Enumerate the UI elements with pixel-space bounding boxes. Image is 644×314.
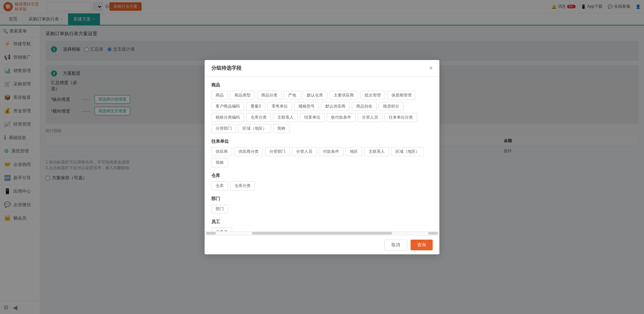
field-tag[interactable]: 仓库 <box>211 181 228 190</box>
field-tag[interactable]: 往来单位分类 <box>384 113 417 122</box>
section-partner: 往来单位 供应商 供应商分类 分管部门 分管人员 付款条件 地区 主联系人 区域… <box>211 138 433 167</box>
modal-close-button[interactable]: × <box>429 65 433 72</box>
section-dept-title: 部门 <box>211 196 433 202</box>
field-tag[interactable]: 零售单位 <box>267 102 292 111</box>
modal-header: 分组待选字段 × <box>205 60 439 77</box>
hscroll-thumb[interactable] <box>252 232 392 235</box>
hscroll-left-arrow <box>206 232 216 235</box>
field-tag[interactable]: 仓库分类 <box>230 181 255 190</box>
field-tag[interactable]: 分管部门 <box>211 124 236 133</box>
field-tag[interactable]: 地区 <box>345 147 362 156</box>
field-tag[interactable]: 客户商品编码 <box>211 102 244 111</box>
modal-title: 分组待选字段 <box>211 65 241 71</box>
field-tag[interactable]: 分管人员 <box>292 147 317 156</box>
field-tag[interactable]: 付款条件 <box>319 147 343 156</box>
section-warehouse: 仓库 仓库 仓库分类 <box>211 173 433 190</box>
field-tag[interactable]: 税收分类编码 <box>211 113 244 122</box>
modal-footer: 取消 查询 <box>205 235 439 254</box>
field-tag[interactable]: 主联系人 <box>364 147 389 156</box>
field-tag[interactable]: 保质期管理 <box>387 91 416 100</box>
field-tag[interactable]: 产地 <box>284 91 301 100</box>
field-tag[interactable]: 业务员 <box>211 228 232 231</box>
modal-cancel-button[interactable]: 取消 <box>384 240 407 250</box>
field-tag[interactable]: 批次管理 <box>360 91 385 100</box>
partner-field-tags: 供应商 供应商分类 分管部门 分管人员 付款条件 地区 主联系人 区域（地区） … <box>211 147 433 167</box>
dept-field-tags: 部门 <box>211 204 433 213</box>
field-tag[interactable]: 仓库分类 <box>246 113 271 122</box>
field-tag[interactable]: 规格型号 <box>294 102 319 111</box>
staff-field-tags: 业务员 <box>211 228 433 231</box>
field-tag[interactable]: 商品类型 <box>230 91 255 100</box>
section-dept: 部门 部门 <box>211 196 433 213</box>
field-tag[interactable]: 供应商 <box>211 147 232 156</box>
field-tag[interactable]: 分管部门 <box>265 147 290 156</box>
field-tag[interactable]: 结算单位 <box>300 113 325 122</box>
field-tag[interactable]: 供应商分类 <box>234 147 263 156</box>
field-tag[interactable]: 部门 <box>211 204 228 213</box>
modal: 分组待选字段 × 商品 商品 商品类型 商品分类 产地 默认仓库 主要供应商 批… <box>205 60 439 254</box>
field-tag[interactable]: 商品别名 <box>352 102 377 111</box>
field-tag[interactable]: 分管人员 <box>358 113 382 122</box>
section-goods-title: 商品 <box>211 82 433 88</box>
field-tag[interactable]: 主要供应商 <box>329 91 358 100</box>
field-tag[interactable]: 区域（地区） <box>391 147 424 156</box>
field-tag[interactable]: 简称 <box>273 124 290 133</box>
field-tag[interactable]: 简称 <box>211 158 228 167</box>
field-tag[interactable]: 收付款条件 <box>327 113 356 122</box>
warehouse-field-tags: 仓库 仓库分类 <box>211 181 433 190</box>
modal-confirm-button[interactable]: 查询 <box>411 240 433 250</box>
modal-overlay: 分组待选字段 × 商品 商品 商品类型 商品分类 产地 默认仓库 主要供应商 批… <box>0 0 644 314</box>
field-tag[interactable]: 商品分类 <box>257 91 282 100</box>
section-warehouse-title: 仓库 <box>211 173 433 179</box>
section-partner-title: 往来单位 <box>211 138 433 144</box>
section-staff-title: 员工 <box>211 219 433 225</box>
field-tag[interactable]: 重量3 <box>246 102 265 111</box>
hscroll-right-arrow <box>428 232 438 235</box>
modal-body[interactable]: 商品 商品 商品类型 商品分类 产地 默认仓库 主要供应商 批次管理 保质期管理… <box>205 77 439 231</box>
field-tag[interactable]: 区域（地区） <box>238 124 271 133</box>
field-tag[interactable]: 商品 <box>211 91 228 100</box>
field-tag[interactable]: 拣货积分 <box>379 102 404 111</box>
field-tag[interactable]: 默认仓库 <box>303 91 327 100</box>
section-goods: 商品 商品 商品类型 商品分类 产地 默认仓库 主要供应商 批次管理 保质期管理… <box>211 82 433 133</box>
field-tag[interactable]: 主联系人 <box>273 113 298 122</box>
section-staff: 员工 业务员 <box>211 219 433 231</box>
goods-field-tags: 商品 商品类型 商品分类 产地 默认仓库 主要供应商 批次管理 保质期管理 客户… <box>211 91 433 133</box>
field-tag[interactable]: 默认供应商 <box>321 102 350 111</box>
modal-horizontal-scrollbar[interactable] <box>205 231 439 235</box>
